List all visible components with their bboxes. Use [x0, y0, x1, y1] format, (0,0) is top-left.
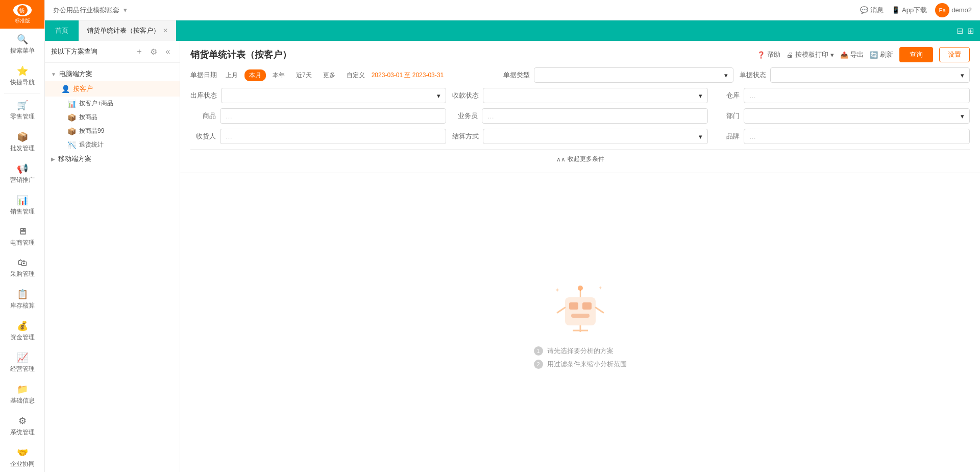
- sidebar-item-enterprise[interactable]: 🤝 企业协同: [0, 442, 44, 472]
- header-right: 💬 消息 📱 App下载 Ea demo2: [860, 3, 972, 17]
- tree-item-by-customer[interactable]: 👤 按客户: [45, 81, 180, 97]
- filter-product: 商品 …: [190, 108, 446, 124]
- tree-item-by-product-label: 按商品: [79, 113, 97, 122]
- help-btn[interactable]: ❓ 帮助: [757, 50, 780, 59]
- settlement-control[interactable]: ▾: [483, 129, 708, 144]
- filter-date: 单据日期 上月 本月 本年 近7天 更多 自定义 2023-03-01 至 20…: [190, 69, 497, 81]
- tree-group-desktop-header[interactable]: ▼ 电脑端方案: [45, 67, 180, 81]
- sidebar-item-ecommerce[interactable]: 🖥 电商管理: [0, 221, 44, 252]
- sidebar-item-inventory[interactable]: 📋 库存核算: [0, 284, 44, 315]
- collapse-up-icon: ∧∧: [556, 156, 566, 163]
- sidebar-menu: 🔍 搜索菜单 ⭐ 快捷导航 🛒 零售管理 📦 批发管理 📢 营销推广 📊 销售管…: [0, 29, 44, 472]
- sidebar-item-label: 系统管理: [10, 428, 35, 437]
- tree-item-by-product[interactable]: 📦 按商品: [45, 110, 180, 124]
- message-label: 消息: [870, 6, 884, 15]
- svg-line-11: [596, 308, 603, 313]
- avatar: Ea: [935, 3, 949, 17]
- tree-item-product-99[interactable]: 📦 按商品99: [45, 124, 180, 138]
- scheme-panel: 按以下方案查询 + ⚙ « ▼: [45, 41, 180, 472]
- date-btn-this-month[interactable]: 本月: [244, 69, 266, 81]
- sidebar-item-search[interactable]: 🔍 搜索菜单: [0, 29, 44, 60]
- scheme-add-btn[interactable]: +: [134, 46, 145, 57]
- sidebar-item-wholesale[interactable]: 📦 批发管理: [0, 126, 44, 158]
- sidebar-item-operations[interactable]: 📈 经营管理: [0, 347, 44, 379]
- warehouse-control[interactable]: …: [744, 88, 970, 103]
- filter-area: 单据日期 上月 本月 本年 近7天 更多 自定义 2023-03-01 至 20…: [190, 67, 970, 173]
- app-download-btn[interactable]: 📱 App下载: [892, 6, 927, 15]
- svg-rect-3: [569, 302, 578, 310]
- empty-state: ✦ ✦ 1 请先选择要分析的方案 2 用过滤条件来缩小分析范围: [180, 173, 980, 472]
- refresh-icon: 🔄: [870, 51, 878, 59]
- sidebar-item-retail[interactable]: 🛒 零售管理: [0, 95, 44, 126]
- tree-item-return-stats[interactable]: 📉 退货统计: [45, 138, 180, 152]
- logo-area: 畅 标准版: [0, 0, 44, 29]
- print-icon: 🖨: [787, 51, 793, 59]
- filter-row-2: 出库状态 ▾ 收款状态 ▾: [190, 88, 970, 103]
- product-control[interactable]: …: [220, 108, 446, 124]
- tab-maximize-btn[interactable]: ⊞: [967, 26, 974, 36]
- receiver-label: 收货人: [190, 132, 216, 141]
- date-btn-custom[interactable]: 自定义: [342, 69, 370, 81]
- ecommerce-icon: 🖥: [18, 226, 27, 237]
- query-button[interactable]: 查询: [899, 47, 933, 62]
- operations-icon: 📈: [17, 352, 28, 363]
- scheme-collapse-btn[interactable]: «: [162, 46, 174, 57]
- logo-text: 标准版: [15, 17, 30, 25]
- brand-control[interactable]: …: [744, 129, 970, 144]
- message-btn[interactable]: 💬 消息: [860, 6, 884, 15]
- tab-bar-actions: ⊟ ⊞: [957, 26, 980, 36]
- page-title-row: 销货单统计表（按客户） ❓ 帮助 🖨 按模板打印 ▾ 📤: [190, 47, 970, 62]
- receiver-control[interactable]: …: [220, 129, 446, 144]
- top-header: 办公用品行业模拟账套 ▾ 💬 消息 📱 App下载 Ea demo2: [45, 0, 980, 20]
- sidebar-item-finance[interactable]: 💰 资金管理: [0, 315, 44, 347]
- salesperson-control[interactable]: …: [482, 108, 708, 124]
- collapse-label: 收起更多条件: [568, 155, 604, 163]
- collapse-btn[interactable]: ∧∧ 收起更多条件: [553, 152, 607, 167]
- tab-minimize-btn[interactable]: ⊟: [957, 26, 963, 36]
- return-icon: 📉: [67, 141, 76, 149]
- sidebar-item-system[interactable]: ⚙ 系统管理: [0, 410, 44, 442]
- tab-close-icon[interactable]: ✕: [163, 27, 168, 34]
- scheme-tree: ▼ 电脑端方案 👤 按客户 📊 按客户+商品 📦 按商品: [45, 63, 180, 472]
- date-btn-this-year[interactable]: 本年: [268, 69, 289, 81]
- product-icon: 📦: [67, 113, 76, 122]
- date-btn-last-month[interactable]: 上月: [221, 69, 242, 81]
- tree-group-mobile-header[interactable]: ▶ 移动端方案: [45, 152, 180, 166]
- sidebar-item-quicknav[interactable]: ⭐ 快捷导航: [0, 60, 44, 92]
- svg-text:✦: ✦: [555, 287, 560, 294]
- setting-button[interactable]: 设置: [939, 47, 970, 62]
- payment-status-control[interactable]: ▾: [483, 88, 708, 103]
- system-icon: ⚙: [18, 415, 27, 427]
- sidebar-item-basic[interactable]: 📁 基础信息: [0, 379, 44, 410]
- order-status-control[interactable]: ▾: [770, 67, 970, 83]
- tree-item-customer-product-label: 按客户+商品: [79, 99, 113, 108]
- tree-group-desktop-label: 电脑端方案: [59, 69, 92, 79]
- filter-warehouse: 仓库 …: [714, 88, 970, 103]
- empty-tip-1: 1 请先选择要分析的方案: [534, 346, 627, 356]
- product99-icon: 📦: [67, 127, 76, 135]
- user-profile[interactable]: Ea demo2: [935, 3, 972, 17]
- department-control[interactable]: ▾: [744, 108, 970, 124]
- export-btn[interactable]: 📤 导出: [840, 50, 864, 59]
- scheme-header-title: 按以下方案查询: [51, 47, 97, 56]
- template-print-btn[interactable]: 🖨 按模板打印 ▾: [787, 50, 834, 59]
- content-wrapper: 按以下方案查询 + ⚙ « ▼: [45, 41, 980, 472]
- date-btn-7days[interactable]: 近7天: [291, 69, 316, 81]
- out-status-control[interactable]: ▾: [221, 88, 446, 103]
- tab-home[interactable]: 首页: [45, 20, 79, 41]
- filter-order-type: 单据类型 ▾: [503, 67, 733, 83]
- refresh-btn[interactable]: 🔄 刷新: [870, 50, 893, 59]
- tree-item-customer-product[interactable]: 📊 按客户+商品: [45, 97, 180, 110]
- sidebar-item-marketing[interactable]: 📢 营销推广: [0, 158, 44, 190]
- sidebar-item-sales[interactable]: 📊 销售管理: [0, 190, 44, 221]
- department-label: 部门: [714, 111, 740, 121]
- message-icon: 💬: [860, 6, 868, 14]
- tab-sales-stats[interactable]: 销货单统计表（按客户） ✕: [79, 20, 176, 41]
- header-dropdown-icon[interactable]: ▾: [124, 6, 127, 14]
- scheme-setting-btn[interactable]: ⚙: [148, 46, 159, 57]
- svg-text:✦: ✦: [598, 285, 602, 291]
- app-download-icon: 📱: [892, 6, 900, 14]
- order-type-control[interactable]: ▾: [534, 67, 733, 83]
- date-btn-more[interactable]: 更多: [318, 69, 340, 81]
- sidebar-item-purchase[interactable]: 🛍 采购管理: [0, 252, 44, 284]
